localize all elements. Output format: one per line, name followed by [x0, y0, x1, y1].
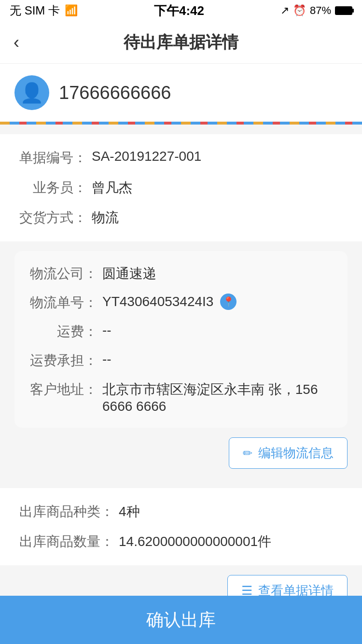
map-pin-icon[interactable]: 📍 — [220, 294, 237, 310]
delivery-label: 交货方式： — [19, 209, 87, 227]
logistics-company-value: 圆通速递 — [102, 265, 332, 283]
avatar-icon: 👤 — [20, 82, 44, 104]
goods-types-value: 4种 — [119, 503, 140, 521]
order-number-label: 单据编号： — [19, 149, 87, 167]
user-phone: 17666666666 — [59, 83, 171, 103]
nav-bar: ‹ 待出库单据详情 — [0, 21, 362, 64]
order-info-section: 单据编号： SA-20191227-001 业务员： 曾凡杰 交货方式： 物流 — [0, 134, 362, 241]
status-time: 下午4:42 — [154, 2, 204, 19]
logistics-tracking-label: 物流单号： — [30, 294, 97, 312]
address-value: 北京市市辖区海淀区永丰南 张，156 6666 6666 — [102, 380, 332, 414]
goods-types-row: 出库商品种类： 4种 — [19, 503, 343, 521]
freight-bear-label: 运费承担： — [30, 351, 97, 370]
order-number-value: SA-20191227-001 — [92, 149, 343, 164]
address-label: 客户地址： — [30, 380, 97, 399]
freight-bear-row: 运费承担： -- — [30, 351, 332, 370]
goods-section: 出库商品种类： 4种 出库商品数量： 14.6200000000000001件 — [0, 488, 362, 565]
edit-icon: ✏ — [243, 447, 252, 460]
logistics-company-label: 物流公司： — [30, 265, 97, 283]
location-icon: ↗ — [280, 4, 289, 17]
page-title: 待出库单据详情 — [124, 31, 238, 54]
goods-quantity-label: 出库商品数量： — [19, 532, 114, 551]
delivery-row: 交货方式： 物流 — [19, 209, 343, 227]
freight-row: 运费： -- — [30, 322, 332, 341]
logistics-tracking-value: YT43064053424I3 📍 — [102, 294, 332, 310]
section-divider — [0, 478, 362, 488]
edit-logistics-label: 编辑物流信息 — [258, 445, 334, 462]
edit-logistics-button[interactable]: ✏ 编辑物流信息 — [229, 437, 348, 469]
freight-value: -- — [102, 322, 332, 338]
confirm-label: 确认出库 — [146, 608, 216, 632]
status-bar: 无 SIM 卡 📶 下午4:42 ↗ ⏰ 87% — [0, 0, 362, 21]
back-button[interactable]: ‹ — [14, 32, 19, 53]
status-left: 无 SIM 卡 📶 — [10, 3, 78, 18]
address-row: 客户地址： 北京市市辖区海淀区永丰南 张，156 6666 6666 — [30, 380, 332, 414]
user-header: 👤 17666666666 — [0, 64, 362, 122]
battery-percent: 87% — [310, 4, 331, 17]
status-right: ↗ ⏰ 87% — [280, 4, 352, 17]
salesman-value: 曾凡杰 — [92, 179, 343, 197]
order-number-row: 单据编号： SA-20191227-001 — [19, 149, 343, 167]
salesman-row: 业务员： 曾凡杰 — [19, 179, 343, 197]
logistics-company-row: 物流公司： 圆通速递 — [30, 265, 332, 283]
avatar: 👤 — [14, 75, 49, 110]
alarm-icon: ⏰ — [293, 4, 306, 17]
goods-types-label: 出库商品种类： — [19, 503, 114, 521]
freight-bear-value: -- — [102, 351, 332, 367]
battery-icon — [335, 6, 352, 15]
wifi-icon: 📶 — [65, 4, 78, 17]
goods-quantity-row: 出库商品数量： 14.6200000000000001件 — [19, 532, 343, 551]
confirm-button[interactable]: 确认出库 — [0, 596, 362, 644]
carrier-label: 无 SIM 卡 — [10, 3, 60, 18]
edit-button-container: ✏ 编辑物流信息 — [0, 437, 362, 478]
salesman-label: 业务员： — [19, 179, 87, 197]
logistics-card: 物流公司： 圆通速递 物流单号： YT43064053424I3 📍 运费： -… — [14, 251, 348, 428]
logistics-tracking-row: 物流单号： YT43064053424I3 📍 — [30, 294, 332, 312]
freight-label: 运费： — [30, 322, 97, 341]
delivery-value: 物流 — [92, 209, 343, 227]
dashed-divider — [0, 122, 362, 125]
goods-quantity-value: 14.6200000000000001件 — [119, 532, 271, 551]
